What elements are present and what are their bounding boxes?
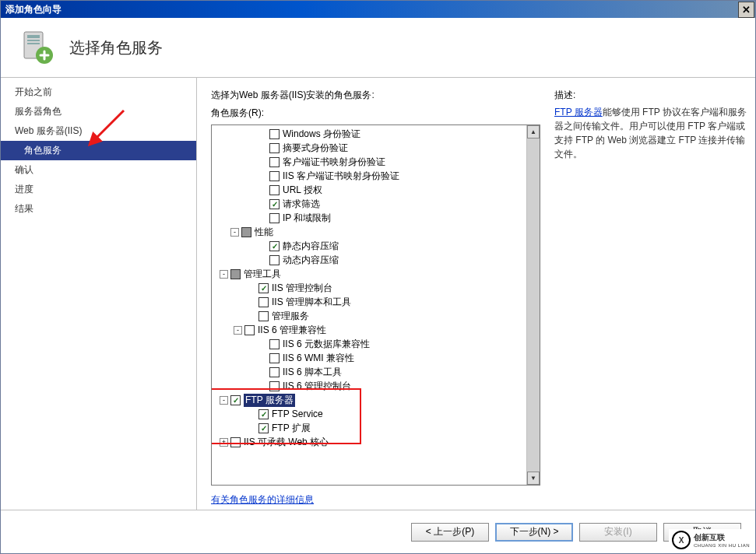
right-column: 描述: FTP 服务器能够使用 FTP 协议在客户端和服务器之间传输文件。用户可… <box>554 89 749 507</box>
tree-label: URL 授权 <box>283 184 322 197</box>
tree-row[interactable]: 管理服务 <box>212 309 526 323</box>
scrollbar[interactable]: ▲ ▼ <box>526 125 540 485</box>
checkbox[interactable]: ✓ <box>230 395 241 405</box>
tree-row[interactable]: 动态内容压缩 <box>212 253 526 267</box>
checkbox[interactable] <box>269 185 280 195</box>
next-button[interactable]: 下一步(N) > <box>495 523 573 542</box>
sidebar-item[interactable]: 确认 <box>1 160 196 180</box>
tree-row[interactable]: ✓FTP 扩展 <box>212 421 526 435</box>
more-info-link[interactable]: 有关角色服务的详细信息 <box>211 494 314 505</box>
checkbox[interactable] <box>269 213 280 223</box>
tree-label: IIS 管理控制台 <box>272 282 332 295</box>
tree-row[interactable]: ✓FTP Service <box>212 407 526 421</box>
checkbox[interactable] <box>269 143 280 153</box>
tree-row[interactable]: -✓FTP 服务器 <box>212 393 526 407</box>
tree-row[interactable]: Windows 身份验证 <box>212 127 526 141</box>
scrollbar-track[interactable] <box>527 138 540 472</box>
tree-inner[interactable]: Windows 身份验证摘要式身份验证客户端证书映射身份验证IIS 客户端证书映… <box>212 125 526 485</box>
ftp-server-link[interactable]: FTP 服务器 <box>554 107 603 117</box>
checkbox[interactable] <box>269 171 280 181</box>
tree-label: IIS 6 WMI 兼容性 <box>283 352 354 365</box>
tree-row[interactable]: 客户端证书映射身份验证 <box>212 155 526 169</box>
close-button[interactable]: ✕ <box>738 2 754 18</box>
watermark-logo: X <box>672 531 691 549</box>
expand-icon[interactable]: + <box>220 438 228 447</box>
tree-row[interactable]: 摘要式身份验证 <box>212 141 526 155</box>
tree-row[interactable]: IIS 6 管理控制台 <box>212 379 526 393</box>
description-label: 描述: <box>554 89 749 102</box>
previous-button[interactable]: < 上一步(P) <box>411 523 489 542</box>
main-top: 选择为Web 服务器(IIS)安装的角色服务: 角色服务(R): Windows… <box>211 89 749 507</box>
collapse-icon[interactable]: - <box>220 270 228 279</box>
tree-label: IIS 可承载 Web 核心 <box>244 436 329 449</box>
checkbox[interactable] <box>269 339 280 349</box>
tree-row[interactable]: ✓请求筛选 <box>212 197 526 211</box>
tree-label: FTP 服务器 <box>244 394 295 407</box>
collapse-icon[interactable]: - <box>230 228 239 237</box>
collapse-icon[interactable]: - <box>220 396 228 405</box>
tree-label: IIS 6 管理兼容性 <box>258 324 326 337</box>
titlebar: 添加角色向导 ✕ <box>1 1 755 18</box>
tree-label: 管理工具 <box>244 268 281 281</box>
tree-row[interactable]: +IIS 可承载 Web 核心 <box>212 435 526 449</box>
tree-row[interactable]: -管理工具 <box>212 267 526 281</box>
roles-label: 角色服务(R): <box>211 107 540 120</box>
checkbox[interactable]: ✓ <box>258 423 269 433</box>
tree-label: IIS 管理脚本和工具 <box>272 296 351 309</box>
prompt-label: 选择为Web 服务器(IIS)安装的角色服务: <box>211 89 540 102</box>
left-column: 选择为Web 服务器(IIS)安装的角色服务: 角色服务(R): Windows… <box>211 89 540 507</box>
svg-rect-1 <box>27 35 40 38</box>
description-text: FTP 服务器能够使用 FTP 协议在客户端和服务器之间传输文件。用户可以使用 … <box>554 105 749 161</box>
tree-row[interactable]: ✓静态内容压缩 <box>212 239 526 253</box>
tree-row[interactable]: IIS 客户端证书映射身份验证 <box>212 169 526 183</box>
checkbox[interactable] <box>269 255 280 265</box>
checkbox[interactable] <box>230 269 241 279</box>
tree-row[interactable]: -IIS 6 管理兼容性 <box>212 323 526 337</box>
checkbox[interactable] <box>258 311 269 321</box>
tree-label: 静态内容压缩 <box>283 240 339 253</box>
more-info-row: 有关角色服务的详细信息 <box>211 493 540 507</box>
tree-label: IIS 6 脚本工具 <box>283 366 342 379</box>
collapse-icon[interactable]: - <box>234 326 242 335</box>
watermark-text: 创新互联 CHUANG XIN HU LIAN <box>694 532 750 548</box>
sidebar: 开始之前服务器角色Web 服务器(IIS)角色服务确认进度结果 <box>1 78 197 510</box>
sidebar-item[interactable]: Web 服务器(IIS) <box>1 121 196 141</box>
tree-row[interactable]: IIS 6 元数据库兼容性 <box>212 337 526 351</box>
checkbox[interactable] <box>258 297 269 307</box>
svg-rect-2 <box>27 40 40 41</box>
tree-row[interactable]: -性能 <box>212 225 526 239</box>
tree-label: IIS 客户端证书映射身份验证 <box>283 170 399 183</box>
tree-row[interactable]: IIS 管理脚本和工具 <box>212 295 526 309</box>
close-icon: ✕ <box>742 4 751 16</box>
tree-row[interactable]: IIS 6 WMI 兼容性 <box>212 351 526 365</box>
checkbox[interactable] <box>269 129 280 139</box>
checkbox[interactable] <box>244 325 255 335</box>
checkbox[interactable] <box>230 437 241 447</box>
sidebar-item[interactable]: 结果 <box>1 199 196 219</box>
tree-row[interactable]: ✓IIS 管理控制台 <box>212 281 526 295</box>
scroll-down-button[interactable]: ▼ <box>527 472 540 485</box>
scroll-up-button[interactable]: ▲ <box>527 125 540 138</box>
svg-rect-3 <box>27 43 40 44</box>
sidebar-item[interactable]: 进度 <box>1 180 196 199</box>
checkbox[interactable]: ✓ <box>269 241 280 251</box>
role-services-tree: Windows 身份验证摘要式身份验证客户端证书映射身份验证IIS 客户端证书映… <box>211 124 540 486</box>
sidebar-item[interactable]: 服务器角色 <box>1 102 196 121</box>
checkbox[interactable]: ✓ <box>258 283 269 293</box>
tree-row[interactable]: IP 和域限制 <box>212 211 526 225</box>
tree-row[interactable]: URL 授权 <box>212 183 526 197</box>
header-title: 选择角色服务 <box>69 37 163 58</box>
checkbox[interactable]: ✓ <box>258 409 269 419</box>
wizard-window: 添加角色向导 ✕ 选择角色服务 开始之前服务器角色Web 服务器(IIS)角色服… <box>0 0 756 554</box>
checkbox[interactable] <box>269 157 280 167</box>
install-button: 安装(I) <box>579 523 657 542</box>
checkbox[interactable] <box>269 367 280 377</box>
sidebar-item[interactable]: 角色服务 <box>1 141 196 160</box>
checkbox[interactable] <box>241 227 251 237</box>
tree-label: Windows 身份验证 <box>283 128 360 141</box>
checkbox[interactable]: ✓ <box>269 199 280 209</box>
checkbox[interactable] <box>269 353 280 363</box>
sidebar-item[interactable]: 开始之前 <box>1 82 196 102</box>
tree-row[interactable]: IIS 6 脚本工具 <box>212 365 526 379</box>
checkbox[interactable] <box>269 381 280 391</box>
